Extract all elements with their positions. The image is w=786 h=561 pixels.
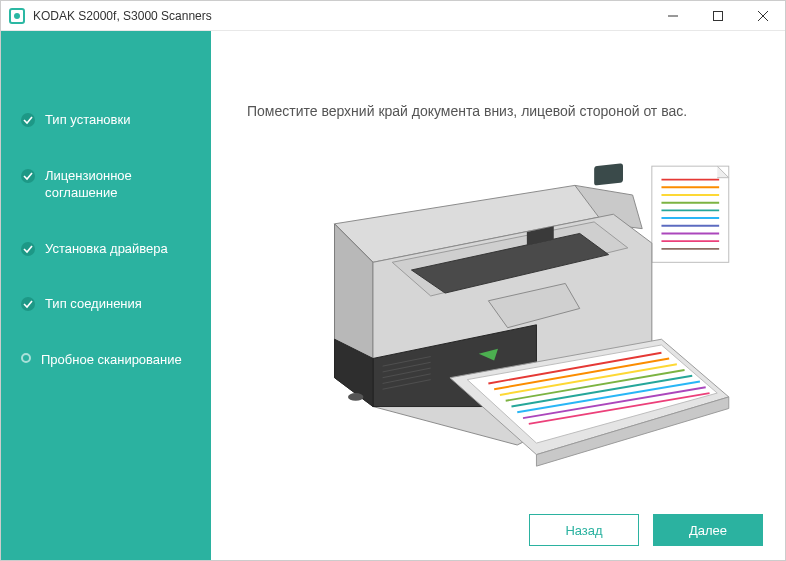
check-icon bbox=[21, 169, 35, 183]
window-title: KODAK S2000f, S3000 Scanners bbox=[33, 9, 650, 23]
minimize-button[interactable] bbox=[650, 1, 695, 30]
check-icon bbox=[21, 242, 35, 256]
back-button[interactable]: Назад bbox=[529, 514, 639, 546]
step-test-scan: Пробное сканирование bbox=[1, 341, 211, 379]
scanner-illustration bbox=[211, 139, 785, 500]
circle-icon bbox=[21, 353, 31, 363]
next-button[interactable]: Далее bbox=[653, 514, 763, 546]
body: Тип установки Лицензионное соглашение Ус… bbox=[1, 31, 785, 560]
main-panel: Поместите верхний край документа вниз, л… bbox=[211, 31, 785, 560]
footer: Назад Далее bbox=[211, 500, 785, 560]
close-button[interactable] bbox=[740, 1, 785, 30]
svg-point-43 bbox=[348, 393, 363, 401]
step-connection-type: Тип соединения bbox=[1, 285, 211, 323]
installer-window: KODAK S2000f, S3000 Scanners Тип установ… bbox=[0, 0, 786, 561]
step-label: Установка драйвера bbox=[45, 240, 168, 258]
svg-rect-17 bbox=[594, 163, 623, 185]
instruction-text: Поместите верхний край документа вниз, л… bbox=[211, 31, 785, 139]
window-controls bbox=[650, 1, 785, 30]
next-button-label: Далее bbox=[689, 523, 727, 538]
app-icon bbox=[9, 8, 25, 24]
step-install-type: Тип установки bbox=[1, 101, 211, 139]
step-label: Тип соединения bbox=[45, 295, 142, 313]
step-license: Лицензионное соглашение bbox=[1, 157, 211, 212]
maximize-button[interactable] bbox=[695, 1, 740, 30]
check-icon bbox=[21, 297, 35, 311]
step-label: Тип установки bbox=[45, 111, 130, 129]
check-icon bbox=[21, 113, 35, 127]
back-button-label: Назад bbox=[565, 523, 602, 538]
step-label: Лицензионное соглашение bbox=[45, 167, 193, 202]
titlebar: KODAK S2000f, S3000 Scanners bbox=[1, 1, 785, 31]
svg-rect-1 bbox=[713, 11, 722, 20]
step-label: Пробное сканирование bbox=[41, 351, 182, 369]
sidebar: Тип установки Лицензионное соглашение Ус… bbox=[1, 31, 211, 560]
step-driver-install: Установка драйвера bbox=[1, 230, 211, 268]
